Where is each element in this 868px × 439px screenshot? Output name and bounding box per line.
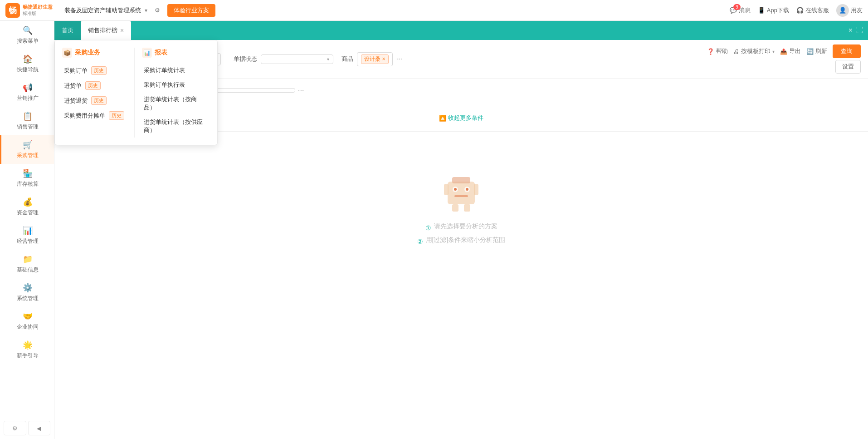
empty-line2: ② 用[过滤]条件来缩小分析范围	[417, 236, 506, 247]
purchase-order-history-tag: 历史	[91, 66, 107, 75]
sidebar-label-inventory: 库存核算	[17, 180, 39, 188]
sidebar-collapse-btn[interactable]: ◀	[28, 421, 51, 435]
return-label: 进货退货	[64, 97, 88, 105]
tab-home[interactable]: 首页	[54, 21, 81, 40]
operations-icon: 📊	[23, 226, 33, 236]
logo-line1: 畅捷通好生意	[23, 4, 53, 10]
sidebar-label-quicknav: 快捷导航	[17, 66, 39, 74]
incoming-stats-goods-label: 进货单统计表（按商品）	[144, 95, 209, 112]
print-dropdown-icon: ▾	[772, 49, 775, 54]
print-icon: 🖨	[733, 48, 739, 55]
dropdown-report-title-text: 报表	[155, 49, 167, 57]
tab-sales-rank-label: 销售排行榜	[88, 26, 117, 35]
sidebar-item-sales[interactable]: 📋 销售管理	[0, 107, 54, 135]
industry-button[interactable]: 体验行业方案	[167, 4, 215, 17]
tab-close-all-btn[interactable]: ×	[848, 26, 853, 35]
svg-rect-9	[452, 204, 458, 212]
salesperson-select[interactable]	[205, 88, 295, 93]
dropdown-item-expense[interactable]: 采购费用分摊单 历史	[62, 108, 131, 123]
goods-tag-text: 设计桑	[364, 55, 380, 63]
sidebar-item-inventory[interactable]: 🏪 库存核算	[0, 164, 54, 192]
enterprise-icon: 🤝	[23, 311, 33, 321]
empty-text-1: 请先选择要分析的方案	[434, 222, 497, 231]
refresh-action[interactable]: 🔄 刷新	[806, 47, 827, 55]
sidebar-label-guide: 新手引导	[17, 352, 39, 360]
sidebar-label-enterprise: 企业协同	[17, 323, 39, 331]
goods-more-btn[interactable]: ···	[396, 55, 402, 63]
settings-icon[interactable]: ⚙	[151, 4, 164, 17]
sidebar-item-quicknav[interactable]: 🏠 快捷导航	[0, 49, 54, 78]
home-icon: 🏠	[23, 54, 33, 64]
salesperson-more-btn[interactable]: ···	[298, 86, 304, 94]
sales-icon: 📋	[23, 111, 33, 121]
sidebar-item-purchase[interactable]: 🛒 采购管理	[0, 135, 54, 164]
sidebar-label-marketing: 营销推广	[17, 94, 39, 102]
svg-rect-10	[464, 204, 470, 212]
tab-fullscreen-btn[interactable]: ⛶	[856, 26, 863, 35]
user-label: 用友	[851, 6, 863, 15]
logo-text: 畅捷通好生意 标准版	[23, 4, 53, 17]
refresh-icon: 🔄	[806, 48, 814, 55]
sidebar-item-system[interactable]: ⚙️ 系统管理	[0, 278, 54, 307]
query-button[interactable]: 查询	[833, 44, 861, 58]
sidebar-item-operations[interactable]: 📊 经营管理	[0, 221, 54, 250]
dropdown-report-title: 📊 报表	[142, 48, 210, 58]
empty-text-2: 用[过滤]条件来缩小分析范围	[426, 236, 506, 244]
online-service-action[interactable]: 🎧 在线客服	[796, 6, 829, 15]
dropdown-item-return[interactable]: 进货退货 历史	[62, 93, 131, 108]
sidebar-label-system: 系统管理	[17, 295, 39, 302]
sidebar-item-finance[interactable]: 💰 资金管理	[0, 192, 54, 221]
dropdown-purchase-title: 📦 采购业务	[62, 48, 131, 58]
dropdown-purchase-title-text: 采购业务	[75, 49, 100, 57]
header-middle: 装备及固定资产辅助管理系统 ▾ ⚙ 体验行业方案	[60, 4, 730, 17]
goods-filter[interactable]: 设计桑 ×	[357, 52, 393, 66]
expense-history-tag: 历史	[109, 111, 124, 120]
dropdown-item-incoming-stats-supplier[interactable]: 进货单统计表（按供应商）	[142, 115, 210, 138]
system-title-dropdown[interactable]: ▾	[145, 7, 147, 14]
dropdown-col-report: 📊 报表 采购订单统计表 采购订单执行表 进货单统计表（按商品） 进货单统计表（…	[134, 48, 210, 138]
tab-sales-rank[interactable]: 销售排行榜 ×	[81, 21, 131, 40]
dropdown-item-po-exec[interactable]: 采购订单执行表	[142, 78, 210, 92]
export-action[interactable]: 📤 导出	[780, 47, 801, 55]
sidebar-item-enterprise[interactable]: 🤝 企业协同	[0, 307, 54, 335]
print-label: 按模板打印	[741, 47, 770, 55]
svg-point-5	[466, 188, 468, 191]
return-history-tag: 历史	[91, 96, 107, 105]
empty-line1: ① 请先选择要分析的方案	[425, 222, 497, 233]
dropdown-item-po-stats[interactable]: 采购订单统计表	[142, 63, 210, 78]
incoming-history-tag: 历史	[85, 81, 101, 90]
sidebar-bottom: ⚙ ◀	[0, 417, 54, 439]
message-action[interactable]: 💬 9 消息	[730, 6, 751, 15]
user-avatar: 👤	[836, 4, 849, 17]
message-badge-wrap: 💬 9	[730, 7, 737, 14]
empty-state: ① 请先选择要分析的方案 ② 用[过滤]条件来缩小分析范围	[54, 132, 868, 283]
dropdown-item-incoming-stats-goods[interactable]: 进货单统计表（按商品）	[142, 92, 210, 115]
app-download-action[interactable]: 📱 App下载	[758, 6, 789, 15]
app-download-label: App下载	[767, 6, 789, 15]
finance-icon: 💰	[23, 197, 33, 207]
dropdown-item-incoming[interactable]: 进货单 历史	[62, 78, 131, 93]
export-icon: 📤	[780, 48, 787, 55]
marketing-icon: 📢	[23, 83, 33, 93]
sidebar-item-guide[interactable]: 🌟 新手引导	[0, 335, 54, 364]
set-button[interactable]: 设置	[835, 60, 861, 74]
chevron-down-icon: ▾	[327, 57, 329, 62]
voucher-status-select[interactable]: ▾	[261, 54, 333, 64]
tab-close-icon[interactable]: ×	[120, 27, 124, 34]
sidebar-item-marketing[interactable]: 📢 营销推广	[0, 78, 54, 107]
system-title: 装备及固定资产辅助管理系统	[64, 6, 141, 15]
incoming-stats-supplier-label: 进货单统计表（按供应商）	[144, 118, 209, 134]
report-col-icon: 📊	[142, 48, 152, 58]
print-action[interactable]: 🖨 按模板打印 ▾	[733, 47, 775, 55]
help-action[interactable]: ❓ 帮助	[707, 47, 728, 55]
sidebar-settings-btn[interactable]: ⚙	[4, 421, 26, 435]
sidebar-item-basic[interactable]: 📁 基础信息	[0, 250, 54, 278]
basic-icon: 📁	[23, 254, 33, 264]
sidebar-item-search[interactable]: 🔍 搜索菜单	[0, 21, 54, 49]
dropdown-item-purchase-order[interactable]: 采购订单 历史	[62, 63, 131, 78]
export-label: 导出	[789, 47, 801, 55]
goods-tag-close[interactable]: ×	[382, 56, 385, 62]
user-action[interactable]: 👤 用友	[836, 4, 863, 17]
svg-rect-0	[448, 182, 475, 204]
inventory-icon: 🏪	[23, 168, 33, 178]
